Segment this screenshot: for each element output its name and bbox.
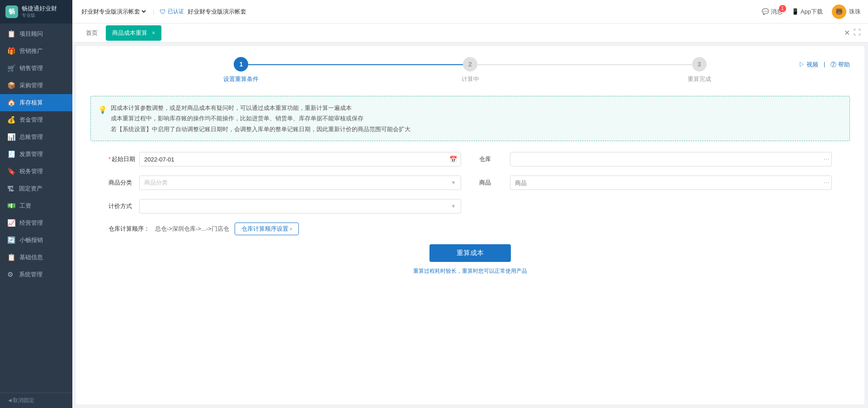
goods-input-wrapper[interactable]: ··· [510, 176, 832, 190]
sidebar-item-system[interactable]: ⚙系统管理 [0, 266, 72, 283]
sidebar-footer[interactable]: ◄取消固定 [0, 393, 72, 408]
tabs-actions: ✕ ⛶ [844, 28, 861, 37]
app-download-button[interactable]: 📱 App下载 [792, 8, 823, 16]
phone-icon: 📱 [792, 8, 799, 15]
sidebar-label-system: 系统管理 [19, 270, 42, 279]
sidebar-label-finance: 资金管理 [19, 116, 43, 124]
steps-container: 1 设置重算条件 2 计算中 3 重算完成 ▷ 视频 | [90, 57, 850, 83]
sidebar-icon-purchase: 📦 [7, 81, 16, 90]
app-title: 畅捷通好业财 [22, 5, 57, 12]
sidebar-item-inventory[interactable]: 🏠库存核算 [0, 94, 72, 111]
warehouse-order-settings-button[interactable]: 仓库计算顺序设置 › [235, 223, 299, 235]
topbar-right: 💬 消息 1 📱 App下载 🐻 珠珠 [762, 5, 861, 19]
sidebar-icon-project: 📋 [7, 30, 16, 38]
goods-label: 商品 [479, 179, 506, 187]
sidebar-label-payroll: 工资 [19, 202, 31, 210]
sidebar-label-tax: 税务管理 [19, 167, 43, 176]
sidebar-icon-tax: 🔖 [7, 167, 16, 176]
start-date-field: *起始日期 📅 [108, 152, 461, 166]
sidebar-item-expense[interactable]: 🔄小畅报销 [0, 232, 72, 249]
sidebar-icon-assets: 🏗 [7, 185, 15, 193]
sidebar-icon-system: ⚙ [7, 270, 15, 279]
expand-icon[interactable]: ⛶ [854, 28, 861, 37]
sidebar-icon-finance: 💰 [7, 116, 16, 124]
category-chevron-icon: ▼ [451, 180, 456, 186]
sidebar-header: 畅 畅捷通好业财 专业版 [0, 0, 72, 24]
avatar-image: 🐻 [832, 5, 846, 19]
warehouse-order-row: 仓库计算顺序： 总仓->深圳仓库->...->门店仓 仓库计算顺序设置 › [108, 223, 832, 235]
main-area: 好业财专业版演示帐套 | 🛡 已认证 好业财专业版演示帐套 💬 消息 1 📱 A… [72, 0, 868, 408]
company-name: 好业财专业版演示帐套 [188, 8, 246, 16]
sidebar-item-marketing[interactable]: 🎁营销推广 [0, 43, 72, 60]
sidebar-label-expense: 小畅报销 [19, 236, 43, 244]
form-row-1: *起始日期 📅 仓库 ··· [108, 152, 832, 166]
sidebar-item-payroll[interactable]: 💵工资 [0, 197, 72, 214]
sidebar-item-operations[interactable]: 📈经营管理 [0, 214, 72, 232]
message-button[interactable]: 💬 消息 1 [762, 8, 783, 16]
account-selector[interactable]: 好业财专业版演示帐套 [80, 8, 147, 15]
step-3: 3 重算完成 [585, 57, 814, 83]
warehouse-more-icon[interactable]: ··· [822, 155, 831, 163]
sidebar-label-assets: 固定资产 [19, 185, 42, 193]
step-circle-2: 2 [463, 57, 477, 71]
category-select[interactable]: 商品分类 ▼ [139, 176, 461, 190]
warehouse-label: 仓库 [479, 155, 506, 163]
sidebar-item-finance[interactable]: 💰资金管理 [0, 111, 72, 128]
category-select-text: 商品分类 [144, 179, 451, 187]
category-label: 商品分类 [108, 179, 136, 187]
warehouse-order-value: 总仓->深圳仓库->...->门店仓 [155, 225, 229, 233]
sidebar-label-sales: 销售管理 [19, 64, 43, 72]
sidebar-item-assets[interactable]: 🏗固定资产 [0, 180, 72, 197]
sidebar-item-project[interactable]: 📋项目顾问 [0, 25, 72, 43]
pricing-label: 计价方式 [108, 202, 136, 210]
form-row-3: 计价方式 ▼ [108, 199, 832, 213]
calendar-icon[interactable]: 📅 [446, 156, 461, 163]
shield-icon: 🛡 [160, 8, 166, 15]
info-box: 💡 因成本计算参数调整，或是对商品成本有疑问时，可以通过成本重算功能，重新计算一… [90, 96, 850, 141]
step-label-3: 重算完成 [688, 75, 711, 83]
pricing-field: 计价方式 ▼ [108, 199, 461, 213]
recalc-hint: 重算过程耗时较长，重算时您可以正常使用产品 [413, 267, 527, 275]
sidebar-label-ledger: 总账管理 [19, 133, 43, 141]
sidebar-item-tax[interactable]: 🔖税务管理 [0, 163, 72, 180]
sidebar-item-ledger[interactable]: 📊总账管理 [0, 128, 72, 146]
warehouse-field: 仓库 ··· [479, 152, 832, 166]
sidebar-item-purchase[interactable]: 📦采购管理 [0, 77, 72, 94]
verified-badge: 🛡 已认证 [160, 8, 184, 15]
goods-input[interactable] [510, 177, 822, 189]
goods-more-icon[interactable]: ··· [822, 179, 831, 187]
sidebar-label-marketing: 营销推广 [19, 47, 43, 55]
pricing-select[interactable]: ▼ [139, 199, 461, 213]
start-date-input-wrapper[interactable]: 📅 [139, 152, 461, 166]
sidebar-icon-basics: 📋 [7, 253, 16, 261]
help-link[interactable]: ⑦ 帮助 [830, 61, 850, 69]
user-avatar[interactable]: 🐻 珠珠 [832, 5, 861, 19]
start-date-input[interactable] [140, 153, 446, 166]
sidebar-item-sales[interactable]: 🛒销售管理 [0, 60, 72, 77]
sidebar-item-invoice[interactable]: 🧾发票管理 [0, 146, 72, 163]
info-box-content: 因成本计算参数调整，或是对商品成本有疑问时，可以通过成本重算功能，重新计算一遍成… [111, 103, 410, 134]
tab-close-icon[interactable]: × [152, 29, 156, 36]
topbar: 好业财专业版演示帐套 | 🛡 已认证 好业财专业版演示帐套 💬 消息 1 📱 A… [72, 0, 868, 24]
sidebar-icon-payroll: 💵 [7, 202, 16, 210]
sidebar: 畅 畅捷通好业财 专业版 📋项目顾问🎁营销推广🛒销售管理📦采购管理🏠库存核算💰资… [0, 0, 72, 408]
warehouse-input-wrapper[interactable]: ··· [510, 152, 832, 166]
sidebar-icon-operations: 📈 [7, 219, 16, 227]
sidebar-label-project: 项目顾问 [19, 30, 43, 38]
tab-home[interactable]: 首页 [80, 25, 104, 41]
warehouse-order-label: 仓库计算顺序： [108, 225, 150, 233]
warehouse-input[interactable] [510, 153, 822, 166]
form-row-2: 商品分类 商品分类 ▼ 商品 ··· [108, 176, 832, 190]
tab-cost-recalc[interactable]: 商品成本重算 × [106, 25, 161, 41]
recalculate-button[interactable]: 重算成本 [429, 244, 511, 262]
sidebar-item-basics[interactable]: 📋基础信息 [0, 249, 72, 266]
step-2: 2 计算中 [356, 57, 585, 83]
app-subtitle: 专业版 [22, 12, 57, 19]
form-section: *起始日期 📅 仓库 ··· 商 [90, 152, 850, 235]
close-window-icon[interactable]: ✕ [844, 28, 850, 37]
step-circle-3: 3 [692, 57, 707, 71]
sidebar-icon-marketing: 🎁 [7, 47, 16, 55]
step-1: 1 设置重算条件 [127, 57, 356, 83]
action-section: 重算成本 重算过程耗时较长，重算时您可以正常使用产品 [90, 244, 850, 275]
sidebar-label-inventory: 库存核算 [19, 99, 43, 107]
